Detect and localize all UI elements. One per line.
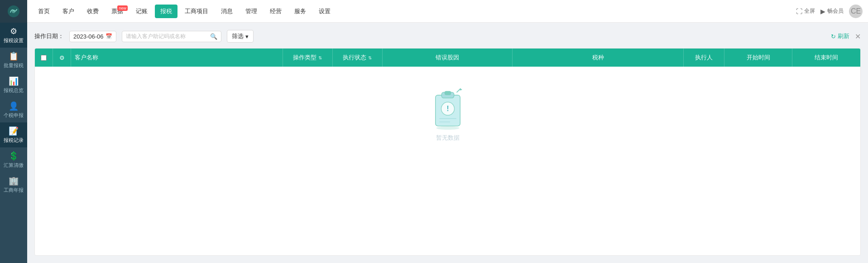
th-checkbox[interactable] bbox=[35, 49, 53, 67]
annual-report-icon: 🏢 bbox=[9, 176, 19, 186]
refresh-icon: ↻ bbox=[831, 33, 836, 40]
nav-tax[interactable]: 报税 bbox=[155, 5, 177, 18]
empty-illustration: ! bbox=[425, 85, 470, 130]
sidebar-logo bbox=[0, 0, 27, 23]
th-execstatus: 执行状态 ⇅ bbox=[333, 49, 383, 67]
sidebar-item-remittance[interactable]: 💲 汇算清缴 bbox=[0, 147, 27, 172]
chevron-down-icon: ▾ bbox=[245, 33, 249, 40]
nav-management[interactable]: 管理 bbox=[240, 5, 263, 18]
sidebar-item-annual-report[interactable]: 🏢 工商年报 bbox=[0, 172, 27, 197]
nav-invoices[interactable]: 票据 new bbox=[106, 5, 129, 18]
table-header: ⚙ 客户名称 操作类型 ⇅ 执行状态 ⇅ 错误股因 税种 bbox=[35, 49, 860, 67]
date-input[interactable]: 2023-06-06 📅 bbox=[69, 31, 116, 42]
th-executor: 执行人 bbox=[684, 49, 724, 67]
search-input[interactable] bbox=[126, 33, 208, 39]
svg-text:!: ! bbox=[446, 104, 449, 112]
nav-settings[interactable]: 设置 bbox=[313, 5, 336, 18]
sidebar-item-tax-overview[interactable]: 📊 报税总览 bbox=[0, 73, 27, 97]
svg-marker-8 bbox=[460, 88, 462, 90]
sidebar: ⚙ 报税设置 📋 批量报税 📊 报税总览 👤 个税申报 📝 报税记录 💲 汇算清… bbox=[0, 0, 27, 263]
th-customer: 客户名称 bbox=[71, 49, 283, 67]
sidebar-item-batch-tax[interactable]: 📋 批量报税 bbox=[0, 48, 27, 73]
svg-point-1 bbox=[12, 10, 15, 13]
th-settings[interactable]: ⚙ bbox=[53, 49, 71, 67]
search-input-wrap: 🔍 bbox=[122, 31, 221, 42]
table-container: ⚙ 客户名称 操作类型 ⇅ 执行状态 ⇅ 错误股因 税种 bbox=[34, 48, 861, 256]
svg-rect-4 bbox=[444, 91, 451, 95]
th-errorreason: 错误股因 bbox=[383, 49, 513, 67]
svg-point-11 bbox=[436, 127, 459, 130]
empty-state: ! 暂无数据 bbox=[425, 67, 470, 160]
sidebar-item-individual-tax[interactable]: 👤 个税申报 bbox=[0, 97, 27, 122]
invoice-badge: new bbox=[117, 5, 128, 11]
close-button[interactable]: ✕ bbox=[855, 32, 861, 41]
member-icon: ▶ bbox=[820, 8, 825, 15]
individual-tax-icon: 👤 bbox=[9, 101, 19, 111]
search-icon[interactable]: 🔍 bbox=[210, 33, 217, 40]
date-label: 操作日期： bbox=[34, 32, 64, 40]
nav-billing[interactable]: 收费 bbox=[82, 5, 104, 18]
nav-services[interactable]: 服务 bbox=[289, 5, 312, 18]
nav-business[interactable]: 工商项目 bbox=[179, 5, 214, 18]
topnav-right: ⛶ 全屏 ▶ 畅会员 CE bbox=[796, 5, 863, 18]
filter-button[interactable]: 筛选 ▾ bbox=[227, 30, 254, 43]
filter-label: 筛选 bbox=[232, 32, 244, 40]
content-area: 操作日期： 2023-06-06 📅 🔍 筛选 ▾ ↻ 刷新 ✕ bbox=[27, 23, 868, 263]
date-value: 2023-06-06 bbox=[73, 33, 104, 40]
toolbar: 操作日期： 2023-06-06 📅 🔍 筛选 ▾ ↻ 刷新 ✕ bbox=[34, 30, 861, 43]
settings-icon: ⚙ bbox=[59, 54, 65, 61]
calendar-icon: 📅 bbox=[106, 33, 112, 39]
sidebar-item-tax-settings[interactable]: ⚙ 报税设置 bbox=[0, 23, 27, 48]
select-all-checkbox[interactable] bbox=[41, 55, 47, 61]
nav-home[interactable]: 首页 bbox=[33, 5, 55, 18]
execstatus-sort-icon[interactable]: ⇅ bbox=[368, 55, 372, 60]
tax-records-icon: 📝 bbox=[9, 126, 19, 136]
fullscreen-button[interactable]: ⛶ 全屏 bbox=[796, 7, 815, 15]
refresh-label: 刷新 bbox=[838, 32, 849, 40]
nav-customers[interactable]: 客户 bbox=[57, 5, 80, 18]
top-nav: 首页 客户 收费 票据 new 记账 报税 工商项目 消息 管理 经营 服务 设… bbox=[27, 0, 868, 23]
svg-line-7 bbox=[457, 89, 460, 92]
th-optype: 操作类型 ⇅ bbox=[283, 49, 333, 67]
empty-text: 暂无数据 bbox=[436, 134, 460, 142]
th-taxtype: 税种 bbox=[513, 49, 684, 67]
tax-settings-icon: ⚙ bbox=[10, 26, 17, 36]
batch-tax-icon: 📋 bbox=[9, 51, 19, 61]
nav-operations[interactable]: 经营 bbox=[264, 5, 287, 18]
sidebar-item-tax-records[interactable]: 📝 报税记录 bbox=[0, 122, 27, 147]
optype-sort-icon[interactable]: ⇅ bbox=[318, 55, 322, 60]
member-button[interactable]: ▶ 畅会员 bbox=[820, 7, 844, 15]
nav-accounting[interactable]: 记账 bbox=[130, 5, 153, 18]
main-container: 首页 客户 收费 票据 new 记账 报税 工商项目 消息 管理 经营 服务 设… bbox=[27, 0, 868, 263]
th-starttime: 开始时间 bbox=[724, 49, 792, 67]
nav-items: 首页 客户 收费 票据 new 记账 报税 工商项目 消息 管理 经营 服务 设… bbox=[33, 5, 796, 18]
table-body: ! 暂无数据 bbox=[35, 67, 860, 255]
nav-messages[interactable]: 消息 bbox=[216, 5, 238, 18]
avatar[interactable]: CE bbox=[849, 5, 863, 18]
tax-overview-icon: 📊 bbox=[9, 76, 19, 86]
th-endtime: 结束时间 bbox=[792, 49, 860, 67]
remittance-icon: 💲 bbox=[9, 151, 19, 161]
fullscreen-icon: ⛶ bbox=[796, 8, 802, 15]
refresh-button[interactable]: ↻ 刷新 bbox=[831, 32, 849, 40]
